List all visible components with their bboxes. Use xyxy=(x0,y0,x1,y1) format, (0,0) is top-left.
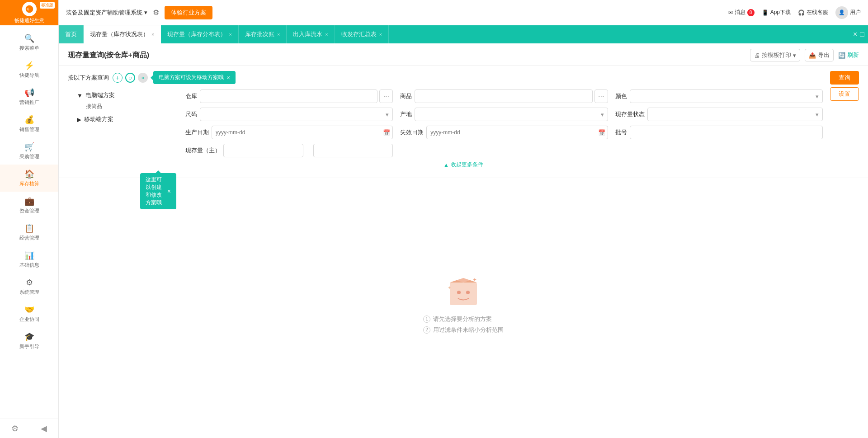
query-button[interactable]: 查询 xyxy=(830,71,859,85)
sidebar-item-marketing[interactable]: 📢 营销推广 xyxy=(0,83,58,110)
scheme-mobile-header[interactable]: ▶ 移动端方案 xyxy=(77,113,176,125)
app-download-label: App下载 xyxy=(770,9,791,16)
export-icon: 📤 xyxy=(809,52,816,59)
tab-collect-summary-close[interactable]: × xyxy=(379,32,382,37)
purchase-icon: 🛒 xyxy=(24,142,34,152)
filter-size: 尺码 ▾ xyxy=(185,108,393,121)
tab-inventory-dist-close[interactable]: × xyxy=(229,32,231,37)
sidebar-item-management[interactable]: 📋 经营管理 xyxy=(0,219,58,246)
print-button[interactable]: 🖨 按模板打印 ▾ xyxy=(750,49,800,61)
collapse-more-btn[interactable]: ▲ 收起更多条件 xyxy=(68,157,859,172)
tab-batch-account[interactable]: 库存批次账 × xyxy=(239,25,287,43)
sidebar-label-management: 经营管理 xyxy=(19,235,39,241)
tab-batch-account-close[interactable]: × xyxy=(277,32,280,37)
refresh-button[interactable]: 🔄 刷新 xyxy=(838,51,859,59)
color-select[interactable]: ▾ xyxy=(630,89,823,103)
tab-in-out-flow-close[interactable]: × xyxy=(325,32,328,37)
svg-point-3 xyxy=(457,291,461,294)
stock-status-dropdown-icon: ▾ xyxy=(816,111,819,118)
sidebar-item-search[interactable]: 🔍 搜索菜单 xyxy=(0,29,58,56)
sidebar-item-finance[interactable]: 💼 资金管理 xyxy=(0,192,58,219)
collapse-icon[interactable]: ◀ xyxy=(41,424,47,433)
arrow-down-icon: ▼ xyxy=(77,92,83,99)
basic-icon: 📊 xyxy=(24,250,34,260)
filter-back-btn[interactable]: « xyxy=(138,73,148,83)
system-name: 装备及固定资产辅助管理系统 xyxy=(66,9,142,17)
sidebar-item-enterprise[interactable]: 🤝 企业协同 xyxy=(0,300,58,327)
online-service-action[interactable]: 🎧 在线客服 xyxy=(798,9,828,16)
filter-area: 按以下方案查询 + ○ « 电脑方案可设为移动方案哦 × xyxy=(59,66,868,178)
tab-inventory-dist-label: 现存量（库存分布表） xyxy=(167,30,226,38)
tab-inventory-status[interactable]: 现存量（库存状况表） × xyxy=(84,25,161,43)
scheme-hint-close[interactable]: × xyxy=(167,188,171,195)
sidebar-item-purchase[interactable]: 🛒 采购管理 xyxy=(0,137,58,165)
scheme-tooltip: 电脑方案可设为移动方案哦 × xyxy=(153,71,236,84)
calendar-icon-exp[interactable]: 📅 xyxy=(598,129,605,136)
tab-inventory-status-close[interactable]: × xyxy=(151,32,154,37)
inventory-icon: 🏠 xyxy=(24,169,34,179)
goods-dots[interactable]: ··· xyxy=(594,89,608,103)
app-download-action[interactable]: 📱 App下载 xyxy=(762,9,791,16)
tab-collect-summary[interactable]: 收发存汇总表 × xyxy=(335,25,389,43)
filter-controls: + ○ « xyxy=(113,73,148,83)
scheme-desktop-child-1[interactable]: 接简品 xyxy=(77,101,176,112)
messages-action[interactable]: ✉ 消息 8 xyxy=(728,9,755,16)
production-date-input[interactable] xyxy=(212,126,393,139)
export-button[interactable]: 📤 导出 xyxy=(805,49,834,61)
scheme-tooltip-wrap: 电脑方案可设为移动方案哦 × xyxy=(153,71,236,84)
batch-input[interactable] xyxy=(630,126,823,139)
enterprise-icon: 🤝 xyxy=(24,305,34,315)
stock-main-max-input[interactable] xyxy=(313,144,393,157)
sidebar-item-quicknav[interactable]: ⚡ 快捷导航 xyxy=(0,56,58,83)
user-action[interactable]: 👤 用户 xyxy=(835,6,861,19)
message-label: 消息 xyxy=(735,9,745,16)
stock-status-select[interactable]: ▾ xyxy=(647,108,823,121)
goods-input[interactable] xyxy=(415,89,592,103)
message-badge: 8 xyxy=(747,9,755,16)
user-avatar: 👤 xyxy=(835,6,848,19)
settings-icon[interactable]: ⚙ xyxy=(11,424,19,433)
size-control: ▾ xyxy=(200,108,393,121)
sidebar-item-guide[interactable]: 🎓 新手引导 xyxy=(0,327,58,354)
filter-add-btn[interactable]: + xyxy=(113,73,123,83)
scheme-desktop-header[interactable]: ▼ 电脑端方案 xyxy=(77,89,176,101)
filter-refresh-btn[interactable]: ○ xyxy=(125,73,135,83)
tab-batch-account-label: 库存批次账 xyxy=(245,30,274,38)
filter-expiry-date: 失效日期 📅 xyxy=(400,126,608,139)
sidebar-label-system: 系统管理 xyxy=(19,289,39,296)
arrow-right-icon: ▶ xyxy=(77,116,81,123)
tab-close-all-icon[interactable]: × xyxy=(853,30,857,38)
sidebar-item-sales[interactable]: 💰 销售管理 xyxy=(0,110,58,137)
empty-step2: 2 用过滤条件来缩小分析范围 xyxy=(423,326,504,334)
system-selector[interactable]: 装备及固定资产辅助管理系统 ▾ xyxy=(66,9,147,17)
expiry-date-input[interactable] xyxy=(426,126,608,139)
dropdown-icon: ▾ xyxy=(144,9,147,16)
logo-icon: 6 xyxy=(22,2,37,16)
tab-inventory-dist[interactable]: 现存量（库存分布表） × xyxy=(161,25,238,43)
print-label: 按模板打印 xyxy=(762,51,791,59)
warehouse-input[interactable] xyxy=(200,89,377,103)
main-area: 装备及固定资产辅助管理系统 ▾ ⚙ 体验行业方案 ✉ 消息 8 📱 App下载 … xyxy=(59,0,868,438)
tab-bar: 首页 现存量（库存状况表） × 现存量（库存分布表） × 库存批次账 × 出入库… xyxy=(59,25,868,43)
origin-select[interactable]: ▾ xyxy=(415,108,608,121)
calendar-icon-prod[interactable]: 📅 xyxy=(383,129,390,136)
reset-button[interactable]: 设置 xyxy=(830,87,859,101)
header-left: 装备及固定资产辅助管理系统 ▾ ⚙ 体验行业方案 xyxy=(66,6,212,19)
tab-restore-icon[interactable]: □ xyxy=(860,30,864,38)
size-select[interactable]: ▾ xyxy=(200,108,393,121)
tab-in-out-flow[interactable]: 出入库流水 × xyxy=(287,25,335,43)
top-header: 装备及固定资产辅助管理系统 ▾ ⚙ 体验行业方案 ✉ 消息 8 📱 App下载 … xyxy=(59,0,868,25)
trial-button[interactable]: 体验行业方案 xyxy=(165,6,212,19)
sidebar-item-basic[interactable]: 📊 基础信息 xyxy=(0,246,58,273)
scheme-hint-tooltip: 这里可以创建和修改方案哦 × xyxy=(140,173,176,209)
tab-home[interactable]: 首页 xyxy=(59,25,84,43)
sidebar-item-inventory[interactable]: 🏠 库存核算 xyxy=(0,165,58,192)
warehouse-dots[interactable]: ··· xyxy=(379,89,393,103)
sidebar-item-system[interactable]: ⚙ 系统管理 xyxy=(0,273,58,300)
color-dropdown-icon: ▾ xyxy=(816,93,819,100)
header-settings-icon[interactable]: ⚙ xyxy=(153,8,159,17)
stock-main-min-input[interactable] xyxy=(223,144,303,157)
filter-stock-status: 现存量状态 ▾ xyxy=(615,108,823,121)
scheme-tooltip-close[interactable]: × xyxy=(226,74,230,81)
empty-state: ✦ ✦ 1 请先选择要分析的方案 2 用过滤条件来缩小分析范围 xyxy=(59,178,868,438)
